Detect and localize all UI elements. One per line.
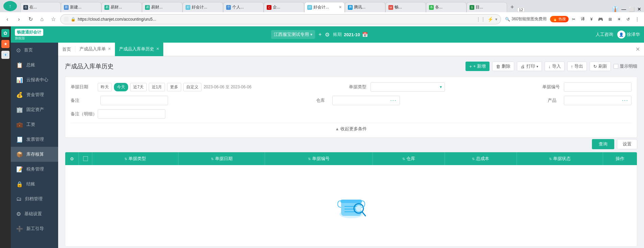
search-tool[interactable]: 🔍 360智能抠图免费用 (503, 16, 549, 22)
tab-item[interactable]: 腾 腾讯... (345, 2, 385, 12)
sidebar-item-invoice[interactable]: 🧾 发票管理 (11, 132, 58, 147)
tab-close-button[interactable]: ✕ (339, 5, 342, 9)
sidebar-item-archive[interactable]: 🗂 归档管理 (11, 191, 58, 206)
settings-button[interactable]: ⚙ (325, 31, 330, 38)
product-dots[interactable]: ··· (622, 97, 628, 104)
product-select[interactable]: ··· (564, 96, 631, 105)
detail-note-input[interactable] (98, 109, 165, 119)
nav-refresh-button[interactable]: ↻ (26, 15, 35, 24)
address-bar[interactable]: 🔒 https://cloud.chanjet.com/accounting/u… (60, 14, 501, 24)
th-type[interactable]: ⇅ 单据类型 (92, 152, 178, 165)
tab-item[interactable]: 个 个人... (223, 2, 264, 12)
breadcrumb-home[interactable]: 首页 (62, 46, 71, 52)
sidebar-item-payroll[interactable]: 💼 工资 (11, 117, 58, 132)
tab-item[interactable]: 新 新建... (61, 2, 101, 12)
new-tab-button[interactable]: + (507, 2, 517, 12)
page-tab-history-close[interactable]: ✕ (156, 47, 159, 51)
th-checkbox[interactable] (79, 152, 92, 165)
delete-button[interactable]: 🗑 删除 (492, 62, 514, 71)
th-warehouse[interactable]: ⇅ 仓库 (373, 152, 445, 165)
nav-home-button[interactable]: ⌂ (37, 15, 47, 24)
tab-item[interactable]: 在 在... (20, 2, 61, 12)
company-selector[interactable]: 江西服宝测试专用 ▾ (271, 30, 315, 39)
nav-forward-button[interactable]: › (14, 15, 24, 24)
translate-tool[interactable]: 译 (579, 15, 587, 24)
window-close-button[interactable]: ✕ (637, 6, 641, 12)
th-cost[interactable]: ⇅ 总成本 (445, 152, 517, 165)
add-company-button[interactable]: + (318, 31, 321, 38)
note-filter-input[interactable] (100, 96, 168, 105)
tab-item-active[interactable]: 好 好会计... ✕ (304, 2, 345, 12)
settings-filter-button[interactable]: 设置 (617, 139, 637, 149)
user-service-link[interactable]: 人工咨询 (596, 31, 613, 38)
address-dropdown-arrow[interactable]: ▾ (495, 17, 497, 22)
date-btn-1month[interactable]: 近1月 (149, 83, 165, 91)
sidebar-item-home[interactable]: ⊙ 首页 (11, 43, 58, 58)
page-tab-history[interactable]: 产成品入库单历史 ✕ (115, 43, 163, 56)
tab-item[interactable]: 易 易财... (142, 2, 183, 12)
th-date[interactable]: ⇅ 单据日期 (178, 152, 265, 165)
page-tab-list[interactable]: 产成品入库单 ✕ (75, 43, 115, 56)
game-tool[interactable]: 🎮 (596, 15, 605, 24)
more-tool[interactable]: ⋮ (633, 15, 641, 24)
tab-item[interactable]: 易 易财... (101, 2, 142, 12)
th-num[interactable]: ⇅ 单据编号 (265, 152, 373, 165)
grid-tool[interactable]: ⊞ (606, 15, 614, 24)
calendar-button[interactable]: 📅 (362, 32, 368, 37)
warehouse-dots[interactable]: ··· (390, 97, 397, 104)
sidebar-item-basic[interactable]: ⚙ 基础设置 (11, 206, 58, 221)
import-label: 导入 (552, 63, 561, 69)
header-checkbox[interactable] (83, 156, 88, 161)
date-btn-yesterday[interactable]: 昨天 (98, 83, 112, 91)
th-gear[interactable]: ⚙ (65, 152, 79, 165)
warehouse-select[interactable]: ··· (332, 96, 400, 105)
print-button[interactable]: 🖨 打印 ▾ (517, 62, 542, 71)
sun-tool[interactable]: ☀ (615, 15, 623, 24)
sidebar-item-funds[interactable]: 💰 资金管理 (11, 87, 58, 102)
query-button[interactable]: 查询 (592, 139, 614, 149)
sidebar-item-tax[interactable]: 📝 税务管理 (11, 162, 58, 177)
tab-item[interactable]: 各 各... (426, 2, 467, 12)
hot-search-badge[interactable]: 🔥 热搜 (550, 16, 569, 22)
date-btn-today[interactable]: 今天 (114, 83, 128, 91)
collapse-button[interactable]: ▲ 收起更多条件 (335, 126, 367, 132)
tab-item[interactable]: M 畅... (385, 2, 426, 12)
show-detail-checkbox[interactable] (614, 64, 618, 69)
sidebar-item-assets[interactable]: 🏢 固定资产 (11, 102, 58, 117)
type-filter-select[interactable]: ▾ (371, 82, 445, 92)
th-sort-icon-type: ⇅ (124, 157, 127, 161)
tab-item[interactable]: C 企... (264, 2, 304, 12)
refresh-button[interactable]: ↻ 刷新 (590, 62, 611, 71)
export-icon: ↑ (571, 64, 573, 69)
nav-bookmark-button[interactable]: ☆ (49, 15, 58, 24)
tab-item[interactable]: S 目... (467, 2, 507, 12)
scissors-tool[interactable]: ✂ (570, 15, 577, 24)
date-btn-custom[interactable]: 自定义 (183, 83, 201, 91)
sidebar-item-inventory[interactable]: 📦 库存核算 (11, 147, 58, 162)
import-button[interactable]: ↓ 导入 (545, 62, 565, 71)
close-panel-button[interactable]: ✕ (636, 46, 640, 52)
tab-item[interactable]: 好 好会计... (183, 2, 223, 12)
th-status[interactable]: ⇅ 单据状态 (517, 152, 603, 165)
window-restore-button[interactable]: ⬜ (629, 6, 635, 12)
add-button[interactable]: + + 新增 (466, 62, 490, 71)
sidebar-item-reports[interactable]: 📊 云报表中心 (11, 72, 58, 87)
sidebar-item-newguide[interactable]: ➕ 新工引导 (11, 221, 58, 236)
app-icon-chanjet[interactable]: ✿ (1, 29, 9, 37)
yuan-tool[interactable]: ¥ (588, 15, 595, 24)
sidebar-item-ledger[interactable]: 📋 总账 (11, 58, 58, 72)
export-button[interactable]: ↑ 导出 (567, 62, 587, 71)
sidebar-item-close[interactable]: 🔒 结账 (11, 177, 58, 191)
page-tab-list-close[interactable]: ✕ (108, 47, 111, 51)
bill-num-input[interactable] (564, 82, 631, 92)
show-detail-toggle[interactable]: 显示明细 (614, 63, 637, 69)
user-info[interactable]: 👤 徐泽华 (617, 30, 640, 39)
app-icon-gray[interactable]: 📧 (1, 51, 9, 59)
date-btn-more[interactable]: 更多 (167, 83, 181, 91)
window-minimize-button[interactable]: — (621, 6, 626, 12)
nav-back-button[interactable]: ‹ (3, 15, 12, 24)
th-cost-label: 总成本 (476, 156, 489, 162)
date-btn-7days[interactable]: 近7天 (130, 83, 147, 91)
app-icon-orange[interactable]: ★ (1, 40, 9, 48)
settings-nav-tool[interactable]: ↺ (624, 15, 632, 24)
